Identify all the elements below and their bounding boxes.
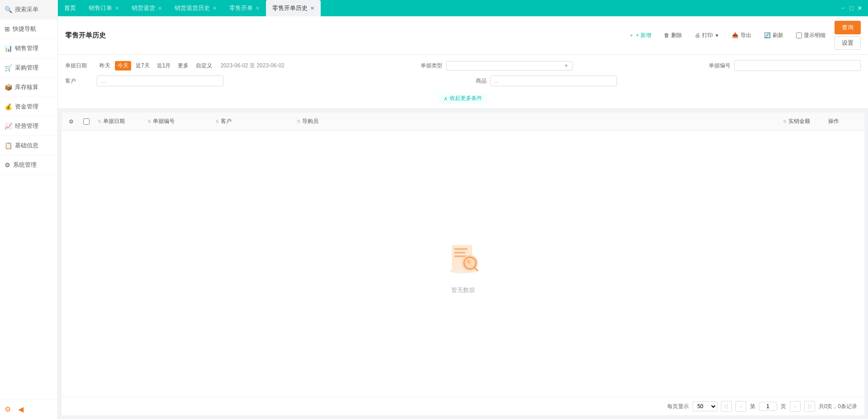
print-dropdown-icon: ▼ — [715, 33, 719, 38]
th-settings[interactable]: ⚙ — [65, 118, 80, 125]
sidebar: 🔍 搜索采单 ⊞ 快捷导航 📊 销售管理 🛒 采购管理 📦 库存核算 💰 资金管… — [0, 0, 58, 419]
window-minimize-icon[interactable]: － — [840, 4, 846, 12]
first-page-btn[interactable]: ⟨⟨ — [721, 401, 732, 412]
last7-btn[interactable]: 近7天 — [133, 61, 152, 71]
sort-icon: ⇅ — [98, 119, 101, 124]
sort-icon: ⇅ — [147, 119, 151, 124]
export-label: 导出 — [740, 32, 751, 39]
tab-retail-open[interactable]: 零售开单 ✕ — [223, 0, 266, 16]
sidebar-item-basic[interactable]: 📋 基础信息 — [0, 136, 57, 155]
sort-icon: ⇅ — [297, 119, 300, 124]
tab-sales-return-label: 销货退货 — [132, 4, 155, 12]
quick-nav-icon: ⊞ — [5, 25, 10, 33]
date-quick-btns: 昨天 今天 近7天 近1月 更多 自定义 — [97, 61, 215, 71]
export-button[interactable]: 📤 导出 — [728, 30, 755, 41]
refresh-label: 刷新 — [773, 32, 783, 39]
th-amount[interactable]: ⇅ 实销金额 — [779, 118, 825, 125]
settings-icon[interactable]: ⚙ — [5, 405, 11, 414]
sidebar-search-label: 搜索采单 — [15, 5, 38, 14]
collapse-row: ∧ 收起更多条件 — [65, 91, 861, 105]
close-icon[interactable]: ✕ — [158, 5, 162, 11]
query-button[interactable]: 查询 — [835, 21, 861, 34]
sidebar-item-system[interactable]: ⚙ 系统管理 — [0, 155, 57, 175]
svg-rect-2 — [454, 248, 468, 250]
sidebar-item-finance[interactable]: 💰 资金管理 — [0, 97, 57, 117]
goods-select[interactable]: ... — [490, 75, 617, 86]
goods-label: 商品 — [468, 77, 490, 85]
display-detail-button[interactable]: 显示明细 — [792, 30, 829, 41]
window-maximize-icon[interactable]: □ — [850, 5, 854, 12]
th-customer-label: 客户 — [221, 118, 232, 125]
close-icon[interactable]: ✕ — [213, 5, 217, 11]
doc-type-label: 单据类型 — [414, 62, 446, 70]
prev-page-btn[interactable]: ＜ — [735, 401, 746, 412]
empty-state: 暂无数据 — [62, 131, 864, 397]
th-checkbox[interactable] — [80, 118, 94, 125]
display-detail-checkbox[interactable] — [796, 33, 802, 38]
basic-icon: 📋 — [5, 142, 12, 149]
sidebar-search[interactable]: 🔍 搜索采单 — [0, 0, 57, 19]
setting-button[interactable]: 设置 — [835, 36, 861, 50]
th-action-label: 操作 — [828, 118, 839, 125]
sidebar-item-inventory[interactable]: 📦 库存核算 — [0, 78, 57, 97]
tab-sales-return[interactable]: 销货退货 ✕ — [125, 0, 168, 16]
chevron-down-icon: ▼ — [564, 63, 569, 68]
select-all-checkbox[interactable] — [83, 118, 90, 125]
th-date[interactable]: ⇅ 单据日期 — [94, 118, 144, 125]
collapse-icon[interactable]: ◀ — [18, 405, 24, 414]
refresh-icon: 🔄 — [764, 32, 771, 38]
tab-sales-return-history[interactable]: 销货退货历史 ✕ — [168, 0, 223, 16]
sidebar-item-quick-nav[interactable]: ⊞ 快捷导航 — [0, 19, 57, 39]
page-input[interactable] — [759, 402, 777, 411]
doc-num-label: 单据编号 — [702, 62, 734, 70]
yesterday-btn[interactable]: 昨天 — [97, 61, 113, 71]
next-page-btn[interactable]: ＞ — [790, 401, 801, 412]
tab-home[interactable]: 首页 — [58, 0, 82, 16]
purchase-icon: 🛒 — [5, 64, 12, 71]
refresh-button[interactable]: 🔄 刷新 — [760, 30, 787, 41]
th-num[interactable]: ⇅ 单据编号 — [144, 118, 212, 125]
sort-icon: ⇅ — [215, 119, 219, 124]
th-action: 操作 — [825, 118, 861, 125]
add-icon: ＋ — [629, 32, 634, 39]
sidebar-item-purchase[interactable]: 🛒 采购管理 — [0, 58, 57, 78]
close-icon[interactable]: ✕ — [256, 5, 260, 11]
window-close-icon[interactable]: ✕ — [857, 5, 863, 12]
delete-button[interactable]: 🗑 删除 — [660, 30, 686, 41]
sidebar-item-label: 库存核算 — [15, 83, 38, 91]
collapse-button[interactable]: ∧ 收起更多条件 — [438, 93, 488, 104]
tab-sales-order[interactable]: 销售订单 ✕ — [82, 0, 125, 16]
tab-home-label: 首页 — [64, 4, 76, 12]
th-amount-label: 实销金额 — [788, 118, 810, 125]
more-btn[interactable]: 更多 — [175, 61, 191, 71]
page-header: 零售开单历史 ＋ + 新增 🗑 删除 🖨 打印 ▼ 📤 导出 — [58, 16, 868, 55]
sidebar-item-operation[interactable]: 📈 经营管理 — [0, 117, 57, 136]
th-num-label: 单据编号 — [153, 118, 175, 125]
add-button[interactable]: ＋ + 新增 — [625, 30, 655, 41]
delete-label: 删除 — [671, 32, 682, 39]
today-btn[interactable]: 今天 — [115, 61, 131, 71]
doc-type-select[interactable]: ▼ — [446, 61, 573, 71]
empty-illustration — [441, 234, 486, 279]
sidebar-item-sales[interactable]: 📊 销售管理 — [0, 39, 57, 58]
custom-btn[interactable]: 自定义 — [193, 61, 215, 71]
sidebar-item-label: 经营管理 — [15, 122, 38, 130]
per-page-select[interactable]: 50 10 20 100 — [693, 401, 717, 411]
pagination: 每页显示 50 10 20 100 ⟨⟨ ＜ 第 页 ＞ ⟩⟩ 共0页，0条记录 — [62, 397, 864, 415]
print-button[interactable]: 🖨 打印 ▼ — [691, 30, 723, 41]
close-icon[interactable]: ✕ — [115, 5, 119, 11]
system-icon: ⚙ — [5, 161, 10, 169]
th-customer[interactable]: ⇅ 客户 — [212, 118, 293, 125]
last-month-btn[interactable]: 近1月 — [154, 61, 174, 71]
th-salesperson-label: 导购员 — [302, 118, 318, 125]
last-page-btn[interactable]: ⟩⟩ — [804, 401, 815, 412]
close-icon[interactable]: ✕ — [310, 5, 314, 11]
doc-num-input[interactable] — [734, 60, 861, 71]
th-salesperson[interactable]: ⇅ 导购员 — [293, 118, 347, 125]
inventory-icon: 📦 — [5, 84, 12, 91]
tab-retail-open-history[interactable]: 零售开单历史 ✕ — [266, 0, 321, 16]
export-icon: 📤 — [732, 32, 739, 38]
date-range: 2023-06-02 至 2023-06-02 — [220, 62, 284, 70]
page-label: 第 — [750, 403, 755, 410]
customer-select[interactable]: ... — [97, 75, 223, 86]
